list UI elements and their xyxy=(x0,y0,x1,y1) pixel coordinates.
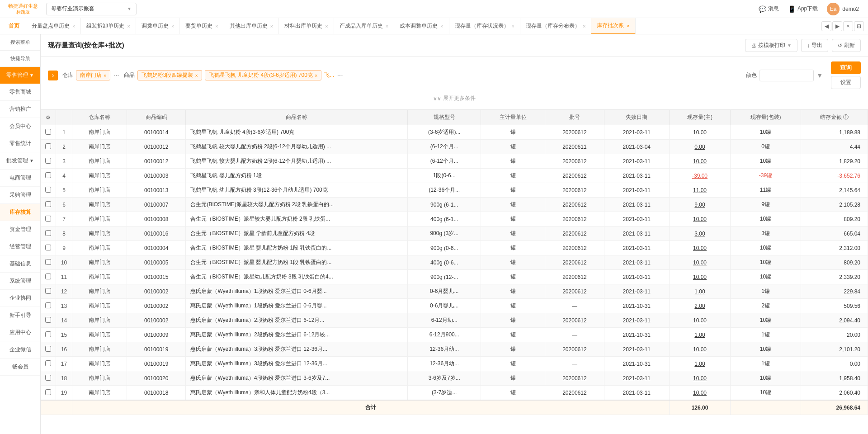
product-close-icon-2[interactable]: × xyxy=(315,73,317,78)
row-checkbox[interactable] xyxy=(41,169,56,183)
row-checkbox[interactable] xyxy=(41,140,56,154)
col-gear[interactable]: ⚙ xyxy=(41,110,56,125)
tab-fenliang[interactable]: 分量盘点单历史 × xyxy=(26,18,81,34)
tab-xianc2[interactable]: 现存量（库存分布表）× xyxy=(520,18,591,34)
warehouse-tag[interactable]: 南岸门店 × xyxy=(76,70,110,80)
sidebar-item-marketing[interactable]: 营销推广 xyxy=(0,101,40,118)
row-stock-main[interactable]: 10.00 xyxy=(670,270,731,284)
tab-close[interactable]: × xyxy=(127,24,130,29)
tab-chancheng[interactable]: 产成品入库单历史 × xyxy=(334,18,394,34)
setting-btn[interactable]: 设置 xyxy=(831,76,861,89)
sidebar-item-basic[interactable]: 基础信息 xyxy=(0,255,40,273)
sidebar-item-mall[interactable]: 零售商城 xyxy=(0,84,40,101)
filter-expand-btn[interactable]: › xyxy=(48,71,58,80)
sidebar-quick-nav[interactable]: 快捷导航 xyxy=(0,51,40,67)
sidebar-item-wholesale[interactable]: 批发管理▼ xyxy=(0,152,40,170)
row-checkbox[interactable] xyxy=(41,226,56,241)
row-checkbox[interactable] xyxy=(41,255,56,270)
export-btn[interactable]: ↓ 导出 xyxy=(801,39,828,52)
row-checkbox[interactable] xyxy=(41,154,56,169)
row-checkbox[interactable] xyxy=(41,284,56,299)
color-input[interactable] xyxy=(760,70,814,81)
user-area[interactable]: Ea demo2 xyxy=(827,3,859,15)
row-checkbox[interactable] xyxy=(41,342,56,357)
sidebar-item-member[interactable]: 会员中心 xyxy=(0,118,40,135)
sidebar-item-guide[interactable]: 新手引导 xyxy=(0,307,40,324)
tab-close[interactable]: × xyxy=(512,24,514,29)
sidebar-item-wechat[interactable]: 企业微信 xyxy=(0,341,40,359)
color-dropdown-icon[interactable]: ▼ xyxy=(816,72,823,79)
tab-maximize-btn[interactable]: ⊡ xyxy=(854,21,864,31)
row-checkbox[interactable] xyxy=(41,299,56,313)
tab-home[interactable]: 首页 xyxy=(2,18,26,34)
row-stock-main[interactable]: 10.00 xyxy=(670,125,731,140)
row-stock-main[interactable]: 10.00 xyxy=(670,313,731,328)
row-checkbox[interactable] xyxy=(41,212,56,226)
row-stock-main[interactable]: 10.00 xyxy=(670,255,731,270)
tab-xianc1[interactable]: 现存量（库存状况表）× xyxy=(449,18,520,34)
row-stock-main[interactable]: 1.00 xyxy=(670,328,731,342)
sidebar-item-ecommerce[interactable]: 电商管理 xyxy=(0,170,40,187)
message-btn[interactable]: 💬 消息 xyxy=(759,5,779,13)
tab-yaohuo[interactable]: 要货单历史 × xyxy=(180,18,224,34)
product-tag-1[interactable]: 飞鹤奶粉3段四罐提装 × xyxy=(137,70,202,80)
tab-qtachu[interactable]: 其他出库单历史 × xyxy=(224,18,279,34)
tab-close[interactable]: × xyxy=(171,24,174,29)
tab-diaob[interactable]: 调拨单历史 × xyxy=(136,18,180,34)
tab-close[interactable]: × xyxy=(325,24,328,29)
row-stock-main[interactable]: 11.00 xyxy=(670,183,731,198)
tab-close[interactable]: × xyxy=(386,24,388,29)
sidebar-item-finance[interactable]: 资金管理 xyxy=(0,221,40,238)
refresh-btn[interactable]: ↺ 刷新 xyxy=(832,39,861,52)
print-btn[interactable]: 🖨 按模板打印 ▼ xyxy=(745,39,797,52)
row-stock-main[interactable]: 10.00 xyxy=(670,154,731,169)
tab-close[interactable]: × xyxy=(583,24,585,29)
sidebar-item-operations[interactable]: 经营管理 xyxy=(0,238,40,255)
expand-more-conditions[interactable]: ∨∨ 展开更多条件 xyxy=(48,92,861,105)
tab-kucun-active[interactable]: 库存批次账 × xyxy=(591,18,635,34)
row-stock-main[interactable]: 1.00 xyxy=(670,284,731,299)
sidebar-item-enterprise[interactable]: 企业协同 xyxy=(0,290,40,307)
row-stock-main[interactable]: 1.00 xyxy=(670,357,731,371)
tab-close[interactable]: × xyxy=(627,23,629,28)
row-checkbox[interactable] xyxy=(41,198,56,212)
tab-chengben[interactable]: 成本调整单历史 × xyxy=(394,18,449,34)
tab-prev-btn[interactable]: ◀ xyxy=(821,21,831,31)
product-tag-2[interactable]: 飞鹤星飞帆 儿童奶粉 4段(3-6岁适用) 700克 × xyxy=(205,70,321,80)
app-download-btn[interactable]: 📱 App下载 xyxy=(788,5,818,13)
row-checkbox[interactable] xyxy=(41,270,56,284)
tab-cailiao[interactable]: 材料出库单历史 × xyxy=(279,18,334,34)
row-stock-main[interactable]: 2.00 xyxy=(670,299,731,313)
row-stock-main[interactable]: 9.00 xyxy=(670,198,731,212)
sidebar-item-membership[interactable]: 畅会员 xyxy=(0,359,40,376)
warehouse-close-icon[interactable]: × xyxy=(104,73,106,78)
sidebar-item-system[interactable]: 系统管理 xyxy=(0,273,40,290)
row-stock-main[interactable]: -39.00 xyxy=(670,169,731,183)
workspace-selector[interactable]: 母婴行业演示账套 ▼ xyxy=(46,3,137,15)
row-stock-main[interactable]: 10.00 xyxy=(670,212,731,226)
row-checkbox[interactable] xyxy=(41,386,56,401)
sidebar-search[interactable]: 搜索菜单 xyxy=(0,34,40,51)
row-checkbox[interactable] xyxy=(41,313,56,328)
row-checkbox[interactable] xyxy=(41,183,56,198)
sidebar-item-retail-stats[interactable]: 零售统计 xyxy=(0,135,40,152)
tab-zuhe[interactable]: 组装拆卸单历史 × xyxy=(81,18,136,34)
tab-close[interactable]: × xyxy=(215,24,218,29)
row-stock-main[interactable]: 0.00 xyxy=(670,140,731,154)
row-stock-main[interactable]: 10.00 xyxy=(670,342,731,357)
tab-close[interactable]: × xyxy=(270,24,273,29)
tab-close-all-btn[interactable]: × xyxy=(843,21,853,31)
row-stock-main[interactable]: 3.00 xyxy=(670,226,731,241)
row-stock-main[interactable]: 10.00 xyxy=(670,371,731,386)
row-checkbox[interactable] xyxy=(41,371,56,386)
row-checkbox[interactable] xyxy=(41,125,56,140)
row-checkbox[interactable] xyxy=(41,357,56,371)
row-checkbox[interactable] xyxy=(41,328,56,342)
sidebar-item-retail[interactable]: 零售管理▼ xyxy=(0,67,40,84)
tab-next-btn[interactable]: ▶ xyxy=(832,21,842,31)
tab-close[interactable]: × xyxy=(72,24,75,29)
row-stock-main[interactable]: 10.00 xyxy=(670,386,731,401)
tab-close[interactable]: × xyxy=(440,24,443,29)
query-btn[interactable]: 查询 xyxy=(831,61,861,74)
sidebar-item-apps[interactable]: 应用中心 xyxy=(0,324,40,341)
